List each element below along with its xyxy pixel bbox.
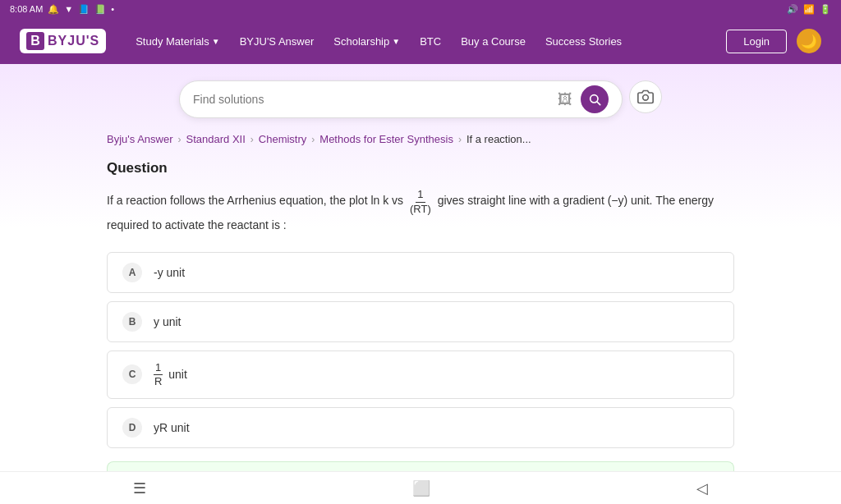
- nav-study-materials[interactable]: Study Materials ▼: [136, 35, 220, 48]
- search-box: 🖼: [179, 80, 623, 118]
- breadcrumb-byjus-answer[interactable]: Byju's Answer: [107, 133, 173, 145]
- scholarship-arrow: ▼: [392, 37, 400, 46]
- time-display: 8:08 AM: [10, 4, 43, 14]
- breadcrumb: Byju's Answer › Standard XII › Chemistry…: [0, 133, 841, 145]
- breadcrumb-standard-xii[interactable]: Standard XII: [186, 133, 246, 145]
- question-fraction: 1 (RT): [410, 188, 431, 215]
- search-icons: 🖼: [558, 85, 609, 113]
- wifi-icon: 📶: [803, 4, 815, 15]
- question-label: Question: [107, 160, 734, 176]
- study-materials-arrow: ▼: [212, 37, 220, 46]
- option-d[interactable]: D yR unit: [107, 407, 734, 448]
- nav-btc[interactable]: BTC: [420, 35, 441, 48]
- status-left: 8:08 AM 🔔 ▼ 📘 📗 •: [10, 4, 114, 15]
- nav-links: Study Materials ▼ BYJU'S Answer Scholars…: [136, 35, 703, 48]
- option-c[interactable]: C 1 R unit: [107, 351, 734, 398]
- signal-icon: ▼: [64, 4, 73, 14]
- svg-point-2: [643, 95, 649, 101]
- home-square-icon[interactable]: ⬜: [412, 479, 430, 497]
- theme-toggle-button[interactable]: 🌙: [797, 29, 821, 53]
- option-b-text: y unit: [154, 315, 181, 328]
- option-d-letter: D: [122, 418, 142, 438]
- svg-line-1: [597, 102, 600, 105]
- breadcrumb-methods[interactable]: Methods for Ester Synthesis: [319, 133, 453, 145]
- option-c-suffix: unit: [168, 368, 187, 381]
- content-area: Question If a reaction follows the Arrhe…: [0, 160, 841, 493]
- option-c-fraction-den: R: [154, 375, 162, 388]
- navbar: B BYJU'S Study Materials ▼ BYJU'S Answer…: [0, 18, 841, 64]
- volume-icon: 🔊: [787, 4, 798, 15]
- main-content: 🖼 Byju's Answer › Standard XII › Chemist…: [0, 64, 841, 504]
- question-text-part1: If a reaction follows the Arrhenius equa…: [107, 194, 403, 207]
- nav-scholarship[interactable]: Scholarship ▼: [333, 35, 400, 48]
- back-triangle-icon[interactable]: ◁: [696, 479, 708, 497]
- notification-icon: 🔔: [48, 4, 59, 15]
- menu-icon[interactable]: ☰: [133, 479, 146, 497]
- breadcrumb-sep-3: ›: [311, 134, 315, 145]
- breadcrumb-sep-2: ›: [250, 134, 254, 145]
- fraction-denominator: (RT): [410, 203, 431, 216]
- option-c-fraction-num: 1: [154, 361, 163, 375]
- search-container: 🖼: [0, 80, 841, 118]
- option-d-text: yR unit: [154, 421, 190, 434]
- search-button[interactable]: [581, 85, 609, 113]
- option-a-letter: A: [122, 263, 142, 282]
- option-a[interactable]: A -y unit: [107, 252, 734, 293]
- social-icon2: 📗: [94, 4, 106, 15]
- breadcrumb-chemistry[interactable]: Chemistry: [259, 133, 307, 145]
- option-a-text: -y unit: [154, 266, 185, 279]
- option-c-text: 1 R unit: [154, 361, 187, 387]
- bottom-nav: ☰ ⬜ ◁: [0, 471, 841, 504]
- logo-text: BYJU'S: [48, 34, 99, 48]
- login-button[interactable]: Login: [726, 30, 787, 53]
- breadcrumb-current: If a reaction...: [466, 133, 531, 145]
- option-b[interactable]: B y unit: [107, 301, 734, 342]
- logo-b-icon: B: [26, 32, 44, 50]
- option-b-letter: B: [122, 312, 142, 332]
- search-input[interactable]: [193, 93, 558, 106]
- camera-button[interactable]: [629, 80, 662, 113]
- status-bar: 8:08 AM 🔔 ▼ 📘 📗 • 🔊 📶 🔋: [0, 0, 841, 18]
- question-text: If a reaction follows the Arrhenius equa…: [107, 188, 734, 236]
- options-list: A -y unit B y unit C 1 R unit D yR u: [107, 252, 734, 447]
- logo[interactable]: B BYJU'S: [20, 29, 106, 53]
- nav-buy-course[interactable]: Buy a Course: [461, 35, 526, 48]
- battery-icon: 🔋: [820, 4, 831, 15]
- breadcrumb-sep-1: ›: [178, 134, 182, 145]
- dot-icon: •: [111, 4, 114, 14]
- social-icon1: 📘: [78, 4, 90, 15]
- option-c-letter: C: [122, 364, 142, 384]
- nav-success-stories[interactable]: Success Stories: [545, 35, 622, 48]
- fraction-numerator: 1: [416, 188, 425, 203]
- status-right: 🔊 📶 🔋: [787, 4, 831, 15]
- nav-actions: Login 🌙: [726, 29, 821, 53]
- image-search-icon[interactable]: 🖼: [558, 91, 572, 108]
- nav-byjus-answer[interactable]: BYJU'S Answer: [240, 35, 315, 48]
- breadcrumb-sep-4: ›: [458, 134, 462, 145]
